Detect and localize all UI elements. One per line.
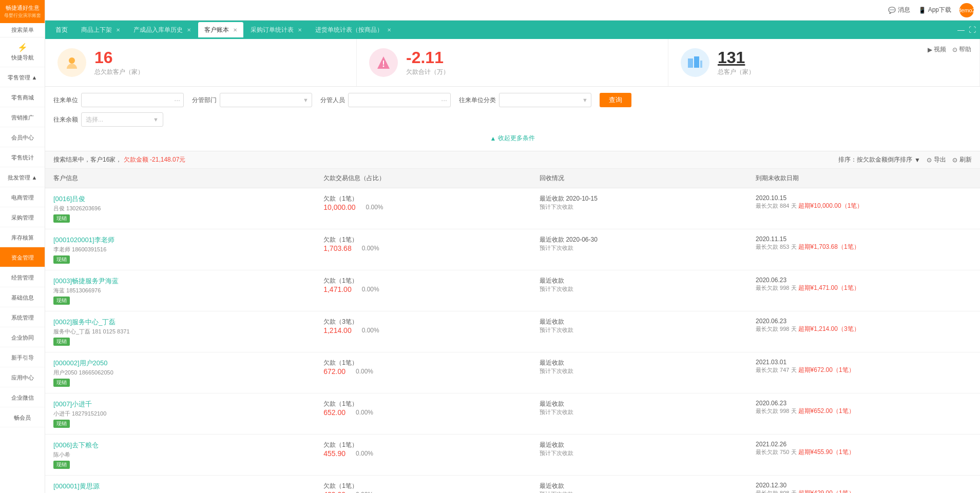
sidebar-item-ops[interactable]: 经营管理 [0,267,45,287]
overdue-link-3[interactable]: 超期¥1,471.00（1笔） [798,284,860,291]
overdue-link-4[interactable]: 超期¥1,214.00（3笔） [798,325,860,332]
recovery-date-5: 最近收款 [540,359,756,367]
debt-customers-value: 16 [94,49,144,66]
manager-input[interactable] [352,96,441,104]
results-bar: 搜索结果中，客户16家， 欠款金额 -21,148.07元 排序：按欠款金额倒序… [45,151,980,169]
table-row: [000001]黄思源 黄思源 13552700226 现销 欠款（1笔） 42… [45,476,980,493]
refresh-icon: ⊙ [952,156,957,164]
message-btn[interactable]: 💬 消息 [888,6,910,14]
due-info-1: 2020.10.15 最长欠款 884 天 超期¥10,000.00（1笔） [756,194,972,223]
tab-close-purchase-order[interactable]: ✕ [298,27,302,33]
sidebar-item-inventory[interactable]: 库存核算 [0,227,45,247]
sidebar-item-member[interactable]: 会员中心 [0,127,45,147]
tab-customer-account[interactable]: 客户账本 ✕ [198,22,243,37]
sidebar-item-purchase[interactable]: 采购管理 [0,207,45,227]
sidebar-item-batch-mgmt[interactable]: 批发管理 ▲ [0,167,45,187]
message-label: 消息 [898,6,910,14]
tab-home[interactable]: 首页 [49,22,74,37]
debt-cell-1: 10,000.00 0.00% [323,203,540,211]
help-btn[interactable]: ⊙ 帮助 [952,45,971,54]
debt-cell-3: 1,471.00 0.00% [323,285,540,293]
due-date-2: 2020.11.15 [756,235,972,243]
sidebar-item-newguide[interactable]: 新手引导 [0,347,45,367]
avatar[interactable]: demo2 [959,3,974,17]
sidebar-item-enterprise[interactable]: 企业协同 [0,327,45,347]
total-customers-label: 总客户（家） [718,68,755,76]
debt-percent-1: 0.00% [366,204,383,211]
debt-count-5: 欠款（1笔） [323,359,540,367]
customer-id-5[interactable]: [000002]用户2050 [53,359,108,367]
manager-dots[interactable]: ··· [441,96,447,104]
recovery-info-7: 最近收款 预计下次收款 [540,441,756,469]
tab-close-customer-account[interactable]: ✕ [233,27,237,33]
customer-id-8[interactable]: [000001]黄思源 [53,482,100,490]
recovery-info-1: 最近收款 2020-10-15 预计下次收款 [540,194,756,223]
total-customers-text: 131 总客户（家） [718,49,755,76]
tab-maximize-btn[interactable]: ⛶ [969,26,976,34]
overdue-link-1[interactable]: 超期¥10,000.00（1笔） [798,202,863,209]
tab-produce-history[interactable]: 产成品入库单历史 ✕ [127,22,197,37]
customer-sub-7: 陈小希 [53,451,323,459]
manager-label: 分管人员 [320,96,345,105]
overdue-link-5[interactable]: 超期¥672.00（1笔） [798,366,855,373]
debt-info-3: 欠款（1笔） 1,471.00 0.00% [323,277,540,305]
sidebar-item-ecommerce[interactable]: 电商管理 [0,187,45,207]
stats-row: 16 总欠款客户（家） -2.11 欠款合计（万） 131 [45,39,980,87]
debt-amount-4: 1,214.00 [323,326,352,334]
overdue-days-8: 最长欠款 808 天 [756,490,798,493]
collapse-btn[interactable]: ▲ 收起更多条件 [53,132,972,145]
customer-id-6[interactable]: [0007]小进千 [53,400,92,408]
sidebar-item-capital[interactable]: 资金管理 [0,247,45,267]
export-btn[interactable]: ⊙ 导出 [927,155,946,164]
overdue-link-6[interactable]: 超期¥652.00（1笔） [798,407,855,415]
sidebar-item-marketing[interactable]: 营销推广 [0,107,45,127]
sidebar-item-quick-nav[interactable]: ⚡ 快捷导航 [0,37,45,67]
filter-manager: 分管人员 ··· [320,93,451,107]
sidebar-item-appcenter[interactable]: 应用中心 [0,367,45,387]
customer-id-2[interactable]: [0001020001]李老师 [53,236,114,244]
overdue-link-2[interactable]: 超期¥1,703.68（1笔） [798,243,860,250]
customer-id-7[interactable]: [0006]去下粮仓 [53,441,99,449]
sidebar-item-vip[interactable]: 畅会员 [0,407,45,427]
balance-label: 往来余额 [53,115,78,124]
customer-tag-7: 现销 [53,461,70,469]
debt-amount-icon [369,48,398,77]
sidebar-item-retail-mall[interactable]: 零售商城 [0,87,45,107]
due-info-2: 2020.11.15 最长欠款 853 天 超期¥1,703.68（1笔） [756,235,972,264]
table-header: 客户信息 欠款交易信息（占比） 回收情况 到期未收款日期 [45,169,980,188]
customer-id-3[interactable]: [0003]畅捷服务尹海蓝 [53,277,119,285]
source-unit-dots[interactable]: ··· [174,96,180,104]
debt-count-8: 欠款（1笔） [323,482,540,490]
customer-tag-5: 现销 [53,379,70,387]
search-button[interactable]: 查询 [600,93,631,107]
customer-id-1[interactable]: [0016]吕俊 [53,195,85,203]
tab-incoming-stats[interactable]: 进货单统计表（按商品） ✕ [309,22,397,37]
recovery-date-2: 最近收款 2020-06-30 [540,235,756,244]
tab-close-product-off[interactable]: ✕ [116,27,120,33]
debt-count-6: 欠款（1笔） [323,400,540,408]
tab-product-off[interactable]: 商品上下架 ✕ [75,22,126,37]
due-date-6: 2020.06.23 [756,400,972,407]
overdue-link-8[interactable]: 超期¥429.00（1笔） [798,489,855,493]
search-menu[interactable]: 搜索菜单 [0,23,45,37]
sidebar-item-wechat[interactable]: 企业微信 [0,387,45,407]
customer-tag-2: 现销 [53,255,70,264]
sidebar-item-retail-mgmt[interactable]: 零售管理 ▲ [0,67,45,87]
tab-close-incoming-stats[interactable]: ✕ [387,27,391,33]
customer-id-4[interactable]: [0002]服务中心_丁磊 [53,318,116,326]
data-table: 客户信息 欠款交易信息（占比） 回收情况 到期未收款日期 [0016]吕俊 吕俊… [45,169,980,493]
filter-area: 往来单位 ··· 分管部门 ▼ 分管人员 [45,87,980,151]
refresh-btn[interactable]: ⊙ 刷新 [952,155,972,164]
sidebar-item-retail-stats[interactable]: 零售统计 [0,147,45,167]
table-row: [0006]去下粮仓 陈小希 现销 欠款（1笔） 455.90 0.00% 最近… [45,435,980,476]
tab-close-produce-history[interactable]: ✕ [187,27,191,33]
sort-selector[interactable]: 排序：按欠款金额倒序排序 ▼ [838,155,920,164]
view-btn[interactable]: ▶ 视频 [928,45,946,54]
overdue-link-7[interactable]: 超期¥455.90（1笔） [798,448,855,456]
source-unit-input[interactable] [85,96,174,104]
sidebar-item-basic-info[interactable]: 基础信息 [0,287,45,307]
tab-minimize-btn[interactable]: — [957,26,965,34]
tab-purchase-order[interactable]: 采购订单统计表 ✕ [244,22,308,37]
app-download-btn[interactable]: 📱 App下载 [918,6,951,14]
sidebar-item-sys[interactable]: 系统管理 [0,307,45,327]
